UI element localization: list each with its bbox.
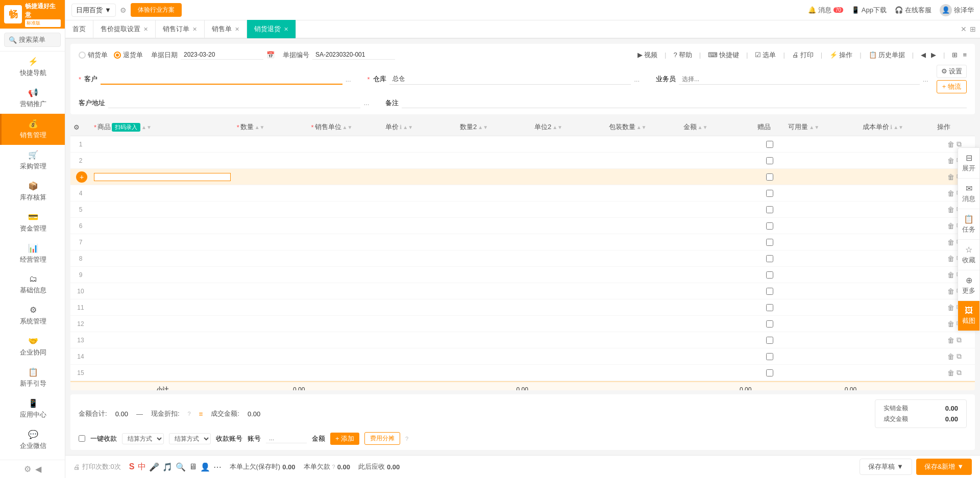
row-3-product[interactable]	[91, 171, 234, 183]
row-2-unit[interactable]	[308, 159, 382, 163]
row-1-cost[interactable]	[860, 142, 934, 146]
sidebar-item-quick-nav[interactable]: ⚡ 快捷导航	[0, 52, 65, 83]
sidebar-item-collab[interactable]: 🤝 企业协同	[0, 331, 65, 362]
taskbar-more-icon[interactable]: ⋯	[213, 462, 222, 472]
th-settings[interactable]: ⚙	[70, 120, 91, 134]
row-1-avail[interactable]	[785, 142, 860, 146]
warehouse-picker-icon[interactable]: ...	[634, 76, 640, 83]
one-click-pay-checkbox[interactable]	[79, 435, 85, 442]
taskbar-s-icon[interactable]: S	[129, 462, 135, 471]
close-all-button[interactable]: ✕	[961, 25, 967, 33]
sidebar-item-member[interactable]: 👑 畅会员	[0, 456, 65, 460]
row-3-pack[interactable]	[606, 175, 680, 179]
add-row-button[interactable]: +	[76, 171, 87, 183]
row-1-delete-button[interactable]: 🗑	[947, 140, 954, 148]
row-1-amount[interactable]	[680, 142, 755, 146]
row-1-price[interactable]	[382, 142, 457, 146]
row-3-cost[interactable]	[860, 175, 934, 179]
row-7-gift-checkbox[interactable]	[766, 239, 773, 246]
pack-sort-icon[interactable]: ▲▼	[636, 124, 647, 130]
unit-sort-icon[interactable]: ▲▼	[342, 124, 353, 130]
topbar-settings-icon[interactable]: ⚙	[120, 6, 127, 14]
row-1-qty2[interactable]	[457, 142, 531, 146]
row-1-qty[interactable]	[234, 142, 308, 146]
row-2-unit2[interactable]	[531, 159, 606, 163]
row-1-unit[interactable]	[308, 142, 382, 146]
row-3-unit2[interactable]	[531, 175, 606, 179]
tab-price-extract[interactable]: 售价提取设置 ✕	[93, 20, 156, 38]
row-8-gift-checkbox[interactable]	[766, 255, 773, 262]
row-7-delete-button[interactable]: 🗑	[947, 238, 954, 246]
float-expand-item[interactable]: ⊟ 展开	[958, 148, 979, 179]
toolbar-list-view[interactable]: ≡	[963, 51, 967, 59]
row-3-gift[interactable]	[754, 171, 785, 183]
staff-picker-icon[interactable]: ...	[923, 76, 928, 83]
row-3-gift-checkbox[interactable]	[766, 173, 773, 181]
toolbar-select[interactable]: ☑ 选单	[755, 51, 776, 60]
barcode-scan-button[interactable]: 扫码录入	[112, 123, 140, 132]
unit2-sort-icon[interactable]: ▲▼	[552, 124, 562, 130]
row-12-delete-button[interactable]: 🗑	[947, 320, 954, 328]
taskbar-mic-icon[interactable]: 🎤	[149, 462, 159, 472]
tab-return-close[interactable]: ✕	[284, 26, 288, 33]
row-2-qty2[interactable]	[457, 159, 531, 163]
staff-input[interactable]	[679, 74, 920, 85]
product-sort-icon[interactable]: ▲▼	[141, 124, 152, 130]
float-favorite-item[interactable]: ☆ 收藏	[958, 240, 979, 270]
tab-home[interactable]: 首页	[65, 20, 93, 38]
row-6-delete-button[interactable]: 🗑	[947, 222, 954, 230]
sidebar-item-marketing[interactable]: 📢 营销推广	[0, 83, 65, 114]
row-4-gift-checkbox[interactable]	[766, 190, 773, 197]
sidebar-item-wechat[interactable]: 💬 企业微信	[0, 424, 65, 456]
row-5-delete-button[interactable]: 🗑	[947, 206, 954, 214]
save-draft-button[interactable]: 保存草稿 ▼	[860, 459, 912, 475]
row-11-gift-checkbox[interactable]	[766, 304, 773, 311]
row-1-gift-checkbox[interactable]	[766, 141, 773, 148]
row-3-qty2[interactable]	[457, 175, 531, 179]
row-3-unit[interactable]	[308, 175, 382, 179]
warehouse-input[interactable]	[389, 74, 631, 85]
taskbar-monitor-icon[interactable]: 🖥	[189, 462, 197, 471]
sidebar-item-purchase[interactable]: 🛒 采购管理	[0, 145, 65, 176]
row-13-copy-button[interactable]: ⧉	[957, 336, 962, 344]
taskbar-music-icon[interactable]: 🎵	[162, 462, 173, 472]
toolbar-print[interactable]: 🖨 打印	[792, 51, 814, 60]
row-2-cost[interactable]	[860, 159, 934, 163]
price-sort-icon[interactable]: ▲▼	[403, 124, 413, 130]
sidebar-item-system[interactable]: ⚙ 系统管理	[0, 300, 65, 331]
float-more-item[interactable]: ⊕ 更多	[958, 270, 979, 301]
row-2-product[interactable]	[91, 159, 234, 163]
qty-sort-icon[interactable]: ▲▼	[255, 124, 265, 130]
tab-return[interactable]: 销货退货 ✕	[247, 20, 296, 38]
row-2-avail[interactable]	[785, 159, 860, 163]
notification-area[interactable]: 🔔 消息 70	[808, 6, 843, 15]
float-screenshot-item[interactable]: 🖼 截图	[958, 301, 979, 331]
row-1-pack[interactable]	[606, 142, 680, 146]
row-3-product-input[interactable]	[94, 173, 231, 181]
toolbar-shortcut[interactable]: ⌨ 快捷键	[708, 51, 739, 60]
row-2-qty[interactable]	[234, 159, 308, 163]
cost-info-icon[interactable]: ℹ	[890, 124, 892, 131]
calc-method-select[interactable]: 结算方式	[122, 433, 164, 444]
settings-action-button[interactable]: ⚙ 设置	[937, 65, 967, 78]
tab-sales-order[interactable]: 销售订单 ✕	[156, 20, 205, 38]
user-area[interactable]: 👤 徐泽华	[940, 4, 974, 16]
logistics-action-button[interactable]: + 物流	[937, 80, 967, 93]
radio-return-label[interactable]: 退货单	[114, 51, 143, 60]
discount-info-icon[interactable]: ?	[188, 411, 191, 417]
amount-sort-icon[interactable]: ▲▼	[698, 124, 708, 130]
sidebar-item-operations[interactable]: 📊 经营管理	[0, 238, 65, 269]
sidebar-item-guide[interactable]: 📋 新手引导	[0, 362, 65, 393]
row-1-unit2[interactable]	[531, 142, 606, 146]
float-message-item[interactable]: ✉ 消息	[958, 179, 979, 209]
taskbar-search-icon[interactable]: 🔍	[176, 462, 186, 472]
row-1-product[interactable]	[91, 139, 234, 150]
avail-sort-icon[interactable]: ▲▼	[809, 124, 819, 130]
expand-tabs-button[interactable]: ⊞	[970, 25, 976, 33]
row-3-qty[interactable]	[234, 175, 308, 179]
address-picker-icon[interactable]: ...	[363, 99, 369, 107]
row-3-delete-button[interactable]: 🗑	[947, 173, 954, 181]
radio-sale-label[interactable]: 销货单	[79, 51, 108, 60]
row-12-gift-checkbox[interactable]	[766, 320, 773, 328]
tab-sales-close[interactable]: ✕	[235, 26, 239, 33]
